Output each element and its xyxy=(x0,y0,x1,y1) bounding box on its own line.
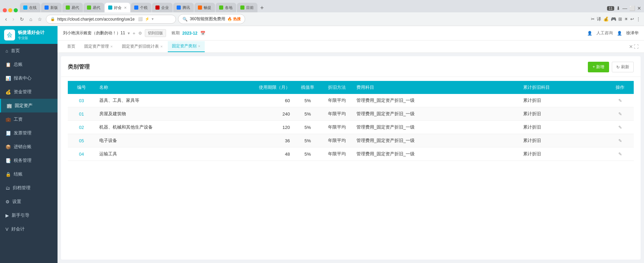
cell-code[interactable]: 05 xyxy=(68,134,95,147)
window-close-icon[interactable]: ✕ xyxy=(637,5,641,11)
add-button[interactable]: + 新增 xyxy=(588,62,609,72)
menu-icon[interactable]: ⋮ xyxy=(636,16,641,22)
sidebar-item-archive[interactable]: 🗂 归档管理 xyxy=(0,181,58,195)
sidebar-item-home[interactable]: ⌂ 首页 xyxy=(0,44,58,58)
tab-home[interactable]: 首页 xyxy=(63,41,79,52)
browser-tab[interactable]: 畅提 xyxy=(194,3,215,12)
back-button[interactable]: ‹ xyxy=(3,15,9,23)
period-value: 2023-12 xyxy=(182,31,198,36)
dropdown-icon[interactable]: ▾ xyxy=(152,17,154,21)
browser-tab-active[interactable]: 好会 ✕ xyxy=(105,3,130,12)
sidebar-item-invoice[interactable]: 🧾 发票管理 xyxy=(0,126,58,140)
home-icon: ⌂ xyxy=(5,48,8,53)
cell-action[interactable]: ✎ xyxy=(606,134,634,147)
period-label: 账期 xyxy=(172,30,180,36)
cell-name: 运输工具 xyxy=(95,147,250,161)
topbar-user: 刘小艳演示账套（勿删勿动！）11 xyxy=(63,30,125,36)
undo-icon[interactable]: ↩ xyxy=(630,16,634,22)
cell-accum-subject: 累计折旧 xyxy=(519,147,606,161)
tab-fixed-asset-mgmt[interactable]: 固定资产管理 ✕ xyxy=(80,41,117,52)
cell-residual: 5% xyxy=(294,107,321,121)
cell-action[interactable]: ✎ xyxy=(606,94,634,107)
forward-button[interactable]: › xyxy=(11,15,16,23)
tab-fixed-asset-category[interactable]: 固定资产类别 ✕ xyxy=(168,41,205,52)
add-account-button[interactable]: + xyxy=(132,31,135,36)
minimize-icon[interactable]: — xyxy=(622,5,627,11)
expand-icon[interactable]: ▾ xyxy=(128,31,130,36)
sidebar-item-settings[interactable]: ⚙ 设置 xyxy=(0,195,58,208)
sidebar-item-funds[interactable]: 💰 资金管理 xyxy=(0,85,58,99)
browser-tab[interactable]: 易代 xyxy=(62,3,83,12)
cell-code[interactable]: 01 xyxy=(68,107,95,121)
cell-action[interactable]: ✎ xyxy=(606,147,634,161)
site-info-icon[interactable]: ⬜ xyxy=(138,17,143,21)
sidebar-item-tax[interactable]: 📑 税务管理 xyxy=(0,154,58,167)
browser-tab[interactable]: 企业 xyxy=(152,3,173,12)
settings-icon: ⚙ xyxy=(5,199,10,204)
cell-code[interactable]: 04 xyxy=(68,147,95,161)
user-avatar-icon: 👤 xyxy=(617,31,622,36)
col-name: 名称 xyxy=(95,81,250,94)
tab-panel-expand-icon[interactable]: ⛶ xyxy=(634,44,639,49)
browser-tab[interactable]: 个税 xyxy=(131,3,151,12)
new-tab-button[interactable]: + xyxy=(258,4,266,12)
cell-action[interactable]: ✎ xyxy=(606,121,634,134)
sidebar-item-fixed-assets[interactable]: 🏢 固定资产 xyxy=(0,99,58,112)
maximize-icon[interactable]: ⬜ xyxy=(629,5,635,11)
refresh-button[interactable]: ↻ 刷新 xyxy=(612,62,634,72)
content-tabs-bar: 首页 固定资产管理 ✕ 固定资产折旧统计表 ✕ 固定资产类别 ✕ ✕ ⛶ xyxy=(58,40,644,53)
username[interactable]: 徐泽华 xyxy=(626,30,639,36)
sidebar-item-salary[interactable]: 💼 工资 xyxy=(0,112,58,126)
cell-period: 48 xyxy=(250,147,294,161)
sidebar-item-guide[interactable]: ▶ 新手引导 xyxy=(0,208,58,222)
sidebar-item-reports[interactable]: 📊 报表中心 xyxy=(0,71,58,85)
switch-old-version-button[interactable]: 切到旧版 xyxy=(145,29,166,37)
calendar-icon[interactable]: 📅 xyxy=(200,31,205,36)
tab-close-cat-icon[interactable]: ✕ xyxy=(198,45,201,48)
cell-expense-subject: 管理费用_固定资产折旧_一级 xyxy=(352,147,519,161)
browser-tab[interactable]: 目前 xyxy=(237,3,257,12)
win-max-btn[interactable] xyxy=(14,8,18,12)
tab-close-mgmt-icon[interactable]: ✕ xyxy=(110,45,113,48)
scissors-icon[interactable]: ✂ xyxy=(591,16,595,22)
cell-accum-subject: 累计折旧 xyxy=(519,134,606,147)
cell-code[interactable]: 02 xyxy=(68,121,95,134)
cell-period: 60 xyxy=(250,94,294,107)
browser-tab[interactable]: 在线 xyxy=(20,3,40,12)
browser-tab[interactable]: 腾讯 xyxy=(173,3,194,12)
tab-close-icon[interactable]: ✕ xyxy=(124,6,127,10)
main-content: 类别管理 + 新增 ↻ 刷新 编号 名称 使用期限（月） xyxy=(61,56,641,260)
win-close-btn[interactable] xyxy=(3,8,7,12)
sidebar-item-more[interactable]: V 好会计 xyxy=(0,222,58,236)
tab-close-dep-icon[interactable]: ✕ xyxy=(160,45,163,48)
consult-label[interactable]: 人工咨询 xyxy=(596,30,613,36)
address-bar[interactable]: 🔒 https://cloud.chanjet.com/accounting/u… xyxy=(46,15,176,24)
home-button[interactable]: ⌂ xyxy=(28,15,34,23)
browser-tab[interactable]: 新版 xyxy=(41,3,62,12)
table-row: 04 运输工具 48 5% 年限平均 管理费用_固定资产折旧_一级 累计折旧 ✎ xyxy=(68,147,634,161)
sidebar-item-closing[interactable]: 🔒 结账 xyxy=(0,167,58,181)
reload-button[interactable]: ↻ xyxy=(18,15,26,23)
sidebar-item-ledger[interactable]: 📋 总账 xyxy=(0,58,58,71)
tab-panel-close-icon[interactable]: ✕ xyxy=(629,44,633,49)
col-action: 操作 xyxy=(606,81,634,94)
search-box[interactable]: 🔍 360智能抠图免费用 🔥 热搜 xyxy=(178,14,245,24)
tab-fixed-asset-depreciation[interactable]: 固定资产折旧统计表 ✕ xyxy=(118,41,167,52)
brightness-icon[interactable]: ☀ xyxy=(624,16,628,22)
wallet-icon[interactable]: 💰 xyxy=(603,16,609,22)
translate-icon[interactable]: 译 xyxy=(597,16,601,22)
logo-icon: 会 xyxy=(4,29,15,40)
settings-gear-icon[interactable]: ⚙ xyxy=(138,31,142,36)
game-icon[interactable]: 🎮 xyxy=(611,16,616,22)
cell-expense-subject: 管理费用_固定资产折旧_一级 xyxy=(352,107,519,121)
bookmark-button[interactable]: ☆ xyxy=(36,15,44,23)
cell-name: 房屋及建筑物 xyxy=(95,107,250,121)
cell-action[interactable]: ✎ xyxy=(606,107,634,121)
tax-icon: 📑 xyxy=(5,158,11,163)
win-min-btn[interactable] xyxy=(8,8,12,12)
browser-tab[interactable]: 各地 xyxy=(216,3,236,12)
browser-tab[interactable]: 易代 xyxy=(84,3,104,12)
cell-code[interactable]: 03 xyxy=(68,94,95,107)
grid-icon[interactable]: ⊞ xyxy=(618,16,622,22)
sidebar-item-inventory[interactable]: 📦 进销台账 xyxy=(0,140,58,154)
